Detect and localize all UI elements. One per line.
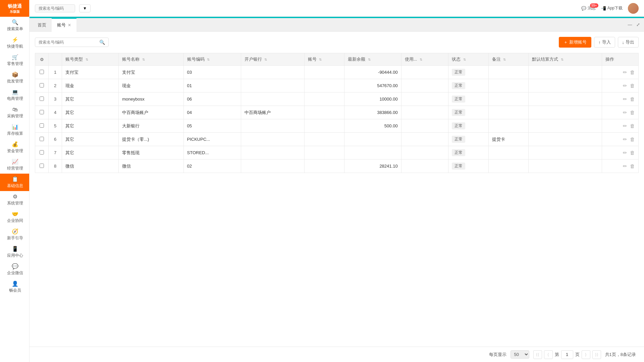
delete-icon[interactable]: 🗑	[630, 96, 635, 102]
row-code: 05	[183, 119, 241, 133]
row-status: 正常	[448, 66, 488, 79]
search-input[interactable]	[39, 40, 99, 45]
row-checkbox-cell[interactable]	[35, 119, 49, 133]
row-balance: 10000.00	[344, 93, 401, 106]
export-button[interactable]: ↓ 导出	[618, 37, 639, 48]
row-status: 正常	[448, 93, 488, 106]
row-checkbox-cell[interactable]	[35, 66, 49, 79]
edit-icon[interactable]: ✏	[623, 136, 627, 142]
edit-icon[interactable]: ✏	[623, 163, 627, 169]
sidebar-item-label: 资金管理	[7, 148, 23, 154]
edit-icon[interactable]: ✏	[623, 150, 627, 156]
delete-icon[interactable]: 🗑	[630, 136, 635, 142]
sidebar-item-corp-agreement[interactable]: 🤝 企业协同	[0, 208, 29, 226]
delete-icon[interactable]: 🗑	[630, 69, 635, 75]
delete-icon[interactable]: 🗑	[630, 83, 635, 88]
col-settings[interactable]: ⚙	[35, 53, 49, 66]
col-code[interactable]: 账号编码 ⇅	[183, 53, 241, 66]
search-icon[interactable]: 🔍	[99, 40, 105, 45]
sidebar-item-guide[interactable]: 🧭 新手引导	[0, 226, 29, 243]
col-bank[interactable]: 开户银行 ⇅	[241, 53, 304, 66]
header-search-input[interactable]	[35, 4, 75, 12]
row-checkbox-cell[interactable]	[35, 160, 49, 173]
sidebar-item-system[interactable]: ⚙ 系统管理	[0, 191, 29, 208]
pagination: ⟨⟨ ⟨ 第 页 ⟩ ⟩⟩	[533, 350, 601, 359]
row-checkbox[interactable]	[40, 97, 44, 101]
basic-icon: 📋	[12, 176, 18, 182]
sidebar-item-app-center[interactable]: 📱 应用中心	[0, 243, 29, 261]
user-avatar[interactable]	[628, 3, 639, 14]
window-minimize-icon[interactable]: —	[627, 21, 633, 28]
purchase-icon: 🛍	[12, 107, 18, 113]
col-name[interactable]: 账号名称 ⇅	[119, 53, 183, 66]
sidebar-item-search[interactable]: 🔍 搜索菜单	[0, 17, 29, 34]
page-last-button[interactable]: ⟩⟩	[592, 350, 601, 359]
row-type: 现金	[62, 79, 119, 93]
row-checkbox[interactable]	[40, 83, 44, 87]
row-type: 支付宝	[62, 66, 119, 79]
retail-icon: 🛒	[12, 54, 18, 60]
col-balance[interactable]: 最新余额 ⇅	[344, 53, 401, 66]
message-button[interactable]: 💬 消息 99+	[581, 5, 596, 11]
sidebar-item-basic[interactable]: 📋 基础信息	[0, 174, 29, 191]
row-code: 06	[183, 93, 241, 106]
row-balance: 500.00	[344, 119, 401, 133]
col-status[interactable]: 状态 ⇅	[448, 53, 488, 66]
sidebar-item-retail[interactable]: 🛒 零售管理	[0, 52, 29, 69]
sidebar-item-inventory[interactable]: 📊 库存核算	[0, 121, 29, 139]
app-download-button[interactable]: 📲 App下载	[601, 5, 623, 11]
page-number-input[interactable]	[561, 350, 573, 359]
delete-icon[interactable]: 🗑	[630, 150, 635, 156]
tab-account[interactable]: 账号 ✕	[52, 18, 76, 32]
per-page-select[interactable]: 50 100 200	[511, 350, 529, 359]
row-settlement	[529, 133, 602, 146]
window-maximize-icon[interactable]: ⤢	[635, 21, 641, 28]
row-bank: 中百商场账户	[241, 106, 304, 119]
col-remark[interactable]: 备注 ⇅	[488, 53, 529, 66]
sidebar-item-member[interactable]: 👤 畅会员	[0, 278, 29, 296]
row-checkbox[interactable]	[40, 110, 44, 114]
edit-icon[interactable]: ✏	[623, 69, 627, 75]
page-first-button[interactable]: ⟨⟨	[533, 350, 542, 359]
col-type[interactable]: 账号类型 ⇅	[62, 53, 119, 66]
add-account-button[interactable]: ＋ 新增账号	[559, 37, 591, 48]
sidebar-item-ecom[interactable]: 💻 电商管理	[0, 86, 29, 104]
edit-icon[interactable]: ✏	[623, 110, 627, 116]
row-checkbox[interactable]	[40, 123, 44, 128]
col-account[interactable]: 账号 ⇅	[304, 53, 344, 66]
page-next-button[interactable]: ⟩	[582, 350, 590, 359]
row-checkbox[interactable]	[40, 150, 44, 155]
col-settlement[interactable]: 默认结算方式 ⇅	[529, 53, 602, 66]
row-actions: ✏ 🗑	[602, 106, 639, 119]
edit-icon[interactable]: ✏	[623, 123, 627, 129]
edit-icon[interactable]: ✏	[623, 96, 627, 102]
row-type: 其它	[62, 119, 119, 133]
delete-icon[interactable]: 🗑	[630, 163, 635, 169]
row-checkbox-cell[interactable]	[35, 146, 49, 160]
export-label: 导出	[626, 39, 634, 45]
sidebar-item-corp-wechat[interactable]: 💬 企业微信	[0, 261, 29, 278]
sidebar-item-finance[interactable]: 💰 资金管理	[0, 139, 29, 156]
sidebar-item-business[interactable]: 📈 经营管理	[0, 156, 29, 174]
header-dropdown-btn[interactable]: ▼	[79, 4, 91, 12]
row-use	[401, 133, 448, 146]
row-checkbox-cell[interactable]	[35, 106, 49, 119]
delete-icon[interactable]: 🗑	[630, 110, 635, 115]
tab-close-icon[interactable]: ✕	[68, 23, 71, 27]
row-checkbox[interactable]	[40, 70, 44, 74]
sidebar-item-wholesale[interactable]: 📦 批发管理	[0, 69, 29, 86]
row-checkbox-cell[interactable]	[35, 79, 49, 93]
sidebar-item-shortcut[interactable]: ⚡ 快捷导航	[0, 34, 29, 52]
import-button[interactable]: ↑ 导入	[594, 37, 615, 48]
delete-icon[interactable]: 🗑	[630, 123, 635, 129]
edit-icon[interactable]: ✏	[623, 83, 627, 89]
col-use[interactable]: 使用... ⇅	[401, 53, 448, 66]
page-prev-button[interactable]: ⟨	[544, 350, 553, 359]
row-settlement	[529, 119, 602, 133]
row-checkbox-cell[interactable]	[35, 133, 49, 146]
row-checkbox-cell[interactable]	[35, 93, 49, 106]
tab-home[interactable]: 首页	[32, 18, 52, 32]
row-checkbox[interactable]	[40, 137, 44, 141]
row-checkbox[interactable]	[40, 164, 44, 168]
sidebar-item-purchase[interactable]: 🛍 采购管理	[0, 104, 29, 121]
